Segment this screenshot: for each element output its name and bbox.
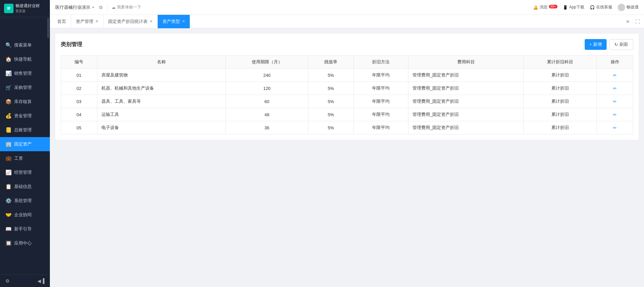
refresh-button[interactable]: ↻ 刷新 [609, 39, 633, 50]
cell-id[interactable]: 05 [61, 121, 97, 134]
sidebar-item-app-center[interactable]: 🔲 应用中心 [0, 236, 50, 250]
sidebar-item-business-mgmt[interactable]: 📈 经营管理 [0, 165, 50, 180]
edit-icon[interactable]: ✏ [613, 86, 617, 91]
cell-action[interactable]: ✏ [597, 121, 633, 134]
sidebar-item-quick-nav[interactable]: 🏠 快捷导航 [0, 52, 50, 66]
page-title: 类别管理 [61, 41, 82, 48]
table-row: 03 器具、工具、家具等 60 5% 年限平均 管理费用_固定资产折旧 累计折旧… [61, 95, 633, 108]
cell-action[interactable]: ✏ [597, 108, 633, 121]
download-icon: 📱 [563, 5, 568, 10]
cart-icon: 🛒 [5, 85, 11, 91]
cell-action[interactable]: ✏ [597, 82, 633, 95]
tab-home-label: 首页 [57, 19, 66, 25]
cell-method: 年限平均 [354, 95, 408, 108]
sidebar-item-fixed-assets[interactable]: 🏢 固定资产 [0, 137, 50, 151]
tab-assets-mgmt[interactable]: 资产管理 ✕ [71, 15, 103, 28]
sidebar-item-label: 快捷导航 [14, 56, 32, 62]
close-icon[interactable]: ✕ [182, 19, 185, 24]
edit-icon[interactable]: ✏ [613, 125, 617, 130]
cell-name: 机器、机械和其他生产设备 [97, 82, 226, 95]
sidebar-item-system-mgmt[interactable]: ⚙️ 系统管理 [0, 194, 50, 208]
expand-icon[interactable]: ⛶ [634, 18, 641, 26]
sidebar-item-purchase[interactable]: 🛒 采购管理 [0, 81, 50, 95]
cell-period: 240 [226, 69, 308, 82]
cell-action[interactable]: ✏ [597, 69, 633, 82]
search-icon: 🔍 [5, 42, 11, 48]
user-btn[interactable]: 畅捷通 [618, 4, 639, 11]
close-icon[interactable]: ✕ [150, 19, 153, 24]
topbar: 医疗器械行业演示 ▾ ⚙ ☁ 我要体验一下 🔔 消息 99+ 📱 App下载 🎧… [50, 0, 644, 15]
chart-icon: 📊 [5, 70, 11, 76]
cell-method: 年限平均 [354, 69, 408, 82]
bell-icon: 🔔 [533, 5, 538, 10]
col-header-action: 操作 [597, 56, 633, 69]
sidebar-item-enterprise[interactable]: 🤝 企业协同 [0, 208, 50, 222]
sidebar-logo: 财 畅捷通好业财 普及版 [0, 0, 50, 17]
cell-name: 电子设备 [97, 121, 226, 134]
book-icon: 📖 [5, 226, 11, 232]
settings-icon[interactable]: ⚙ [5, 278, 10, 284]
close-icon[interactable]: ✕ [95, 19, 98, 24]
tab-asset-types[interactable]: 资产类型 ✕ [158, 15, 190, 28]
sidebar-item-label: 采购管理 [14, 85, 32, 91]
col-header-accumulated: 累计折旧科目 [524, 56, 597, 69]
new-button[interactable]: + 新增 [585, 39, 607, 50]
table-row: 01 房屋及建筑物 240 5% 年限平均 管理费用_固定资产折旧 累计折旧 ✏ [61, 69, 633, 82]
cell-residual: 5% [308, 108, 354, 121]
trending-icon: 📈 [5, 169, 11, 176]
experience-button[interactable]: ☁ 我要体验一下 [112, 4, 141, 10]
handshake-icon: 🤝 [5, 212, 11, 218]
cell-expense: 管理费用_固定资产折旧 [408, 82, 524, 95]
notifications-btn[interactable]: 🔔 消息 99+ [533, 4, 557, 10]
tab-fixed-assets-table[interactable]: 固定资产折旧统计表 ✕ [103, 15, 158, 28]
sidebar-item-search[interactable]: 🔍 搜索菜单 [0, 38, 50, 52]
money-icon: 💰 [5, 113, 11, 119]
box-icon: 📦 [5, 99, 11, 105]
sidebar-item-label: 工资 [14, 155, 23, 161]
content-actions: + 新增 ↻ 刷新 [585, 39, 633, 50]
edit-icon[interactable]: ✏ [613, 73, 617, 78]
main-content: 类别管理 + 新增 ↻ 刷新 编号 名称 使用期限（月） 残值率 折旧方法 费用… [50, 28, 644, 287]
cell-id[interactable]: 01 [61, 69, 97, 82]
tab-asset-types-label: 资产类型 [162, 19, 180, 25]
cell-name: 运输工具 [97, 108, 226, 121]
cell-id[interactable]: 03 [61, 95, 97, 108]
col-header-id: 编号 [61, 56, 97, 69]
cloud-icon: ☁ [112, 5, 116, 10]
sidebar-item-label: 系统管理 [14, 198, 32, 204]
content-area: 类别管理 + 新增 ↻ 刷新 编号 名称 使用期限（月） 残值率 折旧方法 费用… [55, 34, 639, 140]
cell-expense: 管理费用_固定资产折旧 [408, 108, 524, 121]
col-header-method: 折旧方法 [354, 56, 408, 69]
tab-home[interactable]: 首页 [53, 15, 71, 28]
edit-icon[interactable]: ✏ [613, 112, 617, 117]
app-download-btn[interactable]: 📱 App下载 [563, 4, 584, 10]
cell-method: 年限平均 [354, 121, 408, 134]
briefcase-icon: 💼 [5, 155, 11, 161]
sidebar-scrollbar [47, 18, 49, 38]
cell-accumulated: 累计折旧 [524, 121, 597, 134]
col-header-residual: 残值率 [308, 56, 354, 69]
close-window-icon[interactable]: ✕ [624, 18, 631, 26]
collapse-icon[interactable]: ◀▐ [37, 278, 44, 284]
refresh-icon: ↻ [614, 42, 618, 47]
sidebar-item-inventory[interactable]: 📦 库存核算 [0, 95, 50, 109]
cell-residual: 5% [308, 82, 354, 95]
sidebar-item-sales[interactable]: 📊 销售管理 [0, 66, 50, 81]
cell-id[interactable]: 02 [61, 82, 97, 95]
cell-action[interactable]: ✏ [597, 95, 633, 108]
topbar-right: 🔔 消息 99+ 📱 App下载 🎧 在线客服 畅捷通 [533, 4, 639, 11]
table-row: 04 运输工具 48 5% 年限平均 管理费用_固定资产折旧 累计折旧 ✏ [61, 108, 633, 121]
cell-period: 120 [226, 82, 308, 95]
sidebar-item-salary[interactable]: 💼 工资 [0, 151, 50, 165]
online-service-btn[interactable]: 🎧 在线客服 [590, 4, 612, 10]
app-selector[interactable]: 医疗器械行业演示 ▾ ⚙ [55, 4, 103, 10]
edit-icon[interactable]: ✏ [613, 99, 617, 104]
cell-id[interactable]: 04 [61, 108, 97, 121]
tabs-actions: ✕ ⛶ [624, 18, 644, 26]
sidebar-item-guide[interactable]: 📖 新手引导 [0, 222, 50, 236]
sidebar-item-funds[interactable]: 💰 资金管理 [0, 109, 50, 123]
sidebar-item-basic-info[interactable]: 📋 基础信息 [0, 180, 50, 194]
cell-expense: 管理费用_固定资产折旧 [408, 95, 524, 108]
settings-icon[interactable]: ⚙ [99, 5, 103, 10]
sidebar-item-general-ledger[interactable]: 📒 总账管理 [0, 123, 50, 137]
